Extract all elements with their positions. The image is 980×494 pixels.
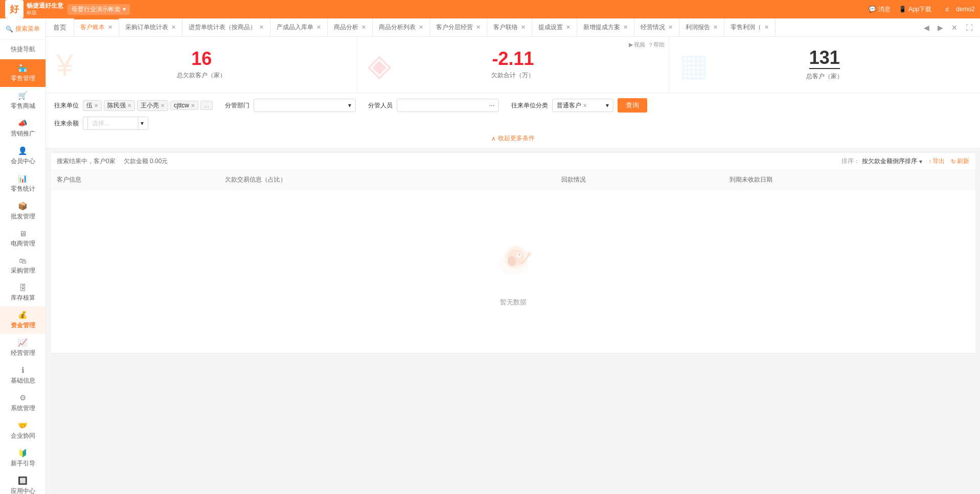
sidebar-item-operation[interactable]: 📈 经营管理 <box>0 334 45 362</box>
message-action[interactable]: 💬 消息 <box>869 5 891 14</box>
sidebar-item-system[interactable]: ⚙ 系统管理 <box>0 389 45 417</box>
app-center-icon: 🔲 <box>18 476 28 485</box>
tab-operation-status[interactable]: 经营情况 ✕ <box>634 18 679 37</box>
tab-goods-analysis[interactable]: 商品分析 ✕ <box>328 18 373 37</box>
tab-retail-profit-close[interactable]: ✕ <box>764 24 769 31</box>
tab-purchase-order-stats[interactable]: 采购订单统计表 ✕ <box>119 18 183 37</box>
tab-profit-report[interactable]: 利润报告 ✕ <box>679 18 724 37</box>
collapse-button[interactable]: ∧ 收起更多条件 <box>491 134 535 143</box>
tab-new-promote-label: 新增提成方案 <box>583 23 620 32</box>
tab-promote-settings[interactable]: 提成设置 ✕ <box>532 18 577 37</box>
summary-card-amount: ◈ -2.11 欠款合计（万） ▶ 视频 ? 帮助 <box>357 37 669 93</box>
retail-icon: 🏪 <box>18 63 28 73</box>
sidebar-item-label-marketing: 营销推广 <box>11 129 35 138</box>
table-header-row: 客户信息 欠款交易信息（占比） 回款情况 到期未收款日期 <box>51 170 975 190</box>
sidebar-search: 🔍 搜索菜单 <box>0 18 45 40</box>
sidebar-item-retail[interactable]: 🏪 零售管理 <box>0 59 45 87</box>
video-btn[interactable]: ▶ 视频 <box>629 41 645 49</box>
query-button[interactable]: 查询 <box>618 98 647 113</box>
table-stats: 搜索结果中，客户0家 欠款金额 0.00元 <box>57 157 168 166</box>
sidebar-item-label-retail-mall: 零售商城 <box>11 102 35 110</box>
unit-tag-2-close[interactable]: ✕ <box>161 103 165 108</box>
tab-close-all-button[interactable]: ✕ <box>948 23 961 33</box>
sort-chevron-icon: ▾ <box>919 158 922 165</box>
operation-icon: 📈 <box>18 338 28 347</box>
unit-class-filter-label: 往来单位分类 <box>511 101 548 110</box>
tab-new-promote-close[interactable]: ✕ <box>623 24 628 31</box>
unit-tag-more[interactable]: ... <box>200 101 213 110</box>
tab-customer-book[interactable]: 客户账本 ✕ <box>74 18 119 37</box>
sidebar-item-ecommerce[interactable]: 🖥 电商管理 <box>0 225 45 252</box>
tab-customer-level[interactable]: 客户分层经营 ✕ <box>430 18 487 37</box>
app-icon: 📱 <box>899 6 906 13</box>
tab-home[interactable]: 首页 <box>46 18 74 37</box>
user-avatar-action[interactable]: d demo2 <box>940 2 975 16</box>
filter-row-1: 往来单位 伍 ✕ 陈民强 ✕ 王小亮 <box>54 98 972 113</box>
quick-nav-item[interactable]: 快捷导航 <box>0 42 45 57</box>
tab-new-promote[interactable]: 新增提成方案 ✕ <box>577 18 634 37</box>
tab-stock-close[interactable]: ✕ <box>259 24 264 31</box>
tab-expand-button[interactable]: ⛶ <box>963 23 976 33</box>
tab-customer-level-close[interactable]: ✕ <box>476 24 481 31</box>
sidebar-item-marketing[interactable]: 📣 营销推广 <box>0 115 45 142</box>
unit-class-tag-close[interactable]: ✕ <box>583 103 587 108</box>
tab-customer-book-close[interactable]: ✕ <box>108 24 112 31</box>
tab-operation-close[interactable]: ✕ <box>668 24 673 31</box>
tab-customer-link-close[interactable]: ✕ <box>521 24 526 31</box>
unit-tag-3-close[interactable]: ✕ <box>191 103 195 108</box>
unit-tag-0-close[interactable]: ✕ <box>94 103 98 108</box>
sidebar-item-newbie[interactable]: 🔰 新手引导 <box>0 444 45 472</box>
tab-profit-close[interactable]: ✕ <box>713 24 718 31</box>
refresh-icon: ↻ <box>951 158 956 165</box>
logo-sub: 标版 <box>27 9 63 16</box>
tab-profit-report-label: 利润报告 <box>686 23 710 32</box>
tab-goods-analysis-list-label: 商品分析列表 <box>379 23 416 32</box>
tab-next-button[interactable]: ▶ <box>935 23 946 33</box>
sidebar-item-enterprise[interactable]: 🤝 企业协同 <box>0 417 45 444</box>
tab-goods-analysis-list[interactable]: 商品分析列表 ✕ <box>373 18 430 37</box>
refresh-button[interactable]: ↻ 刷新 <box>951 157 969 166</box>
sidebar-item-member[interactable]: 👤 会员中心 <box>0 142 45 170</box>
sidebar-item-retail-mall[interactable]: 🛒 零售商城 <box>0 87 45 115</box>
sidebar-item-purchase[interactable]: 🛍 采购管理 <box>0 252 45 279</box>
tab-produce-stock[interactable]: 产成品入库单 ✕ <box>270 18 328 37</box>
sidebar-item-batch[interactable]: 📦 批发管理 <box>0 197 45 225</box>
sidebar-item-app-center[interactable]: 🔲 应用中心 <box>0 472 45 494</box>
table-sort[interactable]: 排序： 按欠款金额倒序排序 ▾ <box>841 157 922 166</box>
tab-produce-close[interactable]: ✕ <box>316 24 321 31</box>
tab-customer-level-label: 客户分层经营 <box>436 23 473 32</box>
tab-purchase-close[interactable]: ✕ <box>171 24 176 31</box>
tenant-selector[interactable]: 母婴行业演示帐套 ▾ <box>67 4 130 15</box>
logo-area: 好 畅捷通好生意 标版 <box>5 0 63 18</box>
tab-goods-analysis-label: 商品分析 <box>334 23 358 32</box>
empty-text: 暂无数据 <box>500 298 527 307</box>
tab-goods-close[interactable]: ✕ <box>361 24 366 31</box>
export-button[interactable]: ↑ 导出 <box>928 157 945 166</box>
export-label: 导出 <box>932 157 945 166</box>
unit-tag-1: 陈民强 ✕ <box>104 100 135 111</box>
unit-class-select[interactable]: 普通客户 ✕ ▾ <box>552 99 613 112</box>
tab-prev-button[interactable]: ◀ <box>921 23 932 33</box>
sidebar-item-inventory[interactable]: 🗄 库存核算 <box>0 279 45 306</box>
sidebar-item-label-system: 系统管理 <box>11 404 35 413</box>
tab-retail-profit[interactable]: 零售利润（ ✕ <box>724 18 776 37</box>
sidebar-item-finance[interactable]: 💰 资金管理 <box>0 306 45 334</box>
search-menu-button[interactable]: 🔍 搜索菜单 <box>4 23 41 35</box>
sidebar-item-label-operation: 经营管理 <box>11 349 35 357</box>
sidebar-item-retail-stats[interactable]: 📊 零售统计 <box>0 170 45 197</box>
tab-promote-close[interactable]: ✕ <box>566 24 571 31</box>
sidebar-item-basic-info[interactable]: ℹ 基础信息 <box>0 362 45 389</box>
tab-stock-in-stats[interactable]: 进货单统计表（按商品） ✕ <box>183 18 270 37</box>
help-btn[interactable]: ? 帮助 <box>649 41 665 49</box>
table-toolbar: 搜索结果中，客户0家 欠款金额 0.00元 排序： 按欠款金额倒序排序 ▾ ↑ <box>51 153 975 170</box>
tab-customer-link[interactable]: 客户联络 ✕ <box>487 18 532 37</box>
search-icon: 🔍 <box>6 26 13 33</box>
balance-select[interactable]: 选择... ▾ <box>83 117 148 130</box>
unit-tag-1-close[interactable]: ✕ <box>127 103 131 108</box>
tab-goods-list-close[interactable]: ✕ <box>419 24 423 31</box>
person-select[interactable]: ··· <box>397 99 499 112</box>
summary-label-amount: 欠款合计（万） <box>491 71 534 80</box>
svg-point-3 <box>508 256 516 266</box>
app-download-action[interactable]: 📱 App下载 <box>899 5 931 14</box>
dept-select[interactable]: ▾ <box>254 99 356 112</box>
